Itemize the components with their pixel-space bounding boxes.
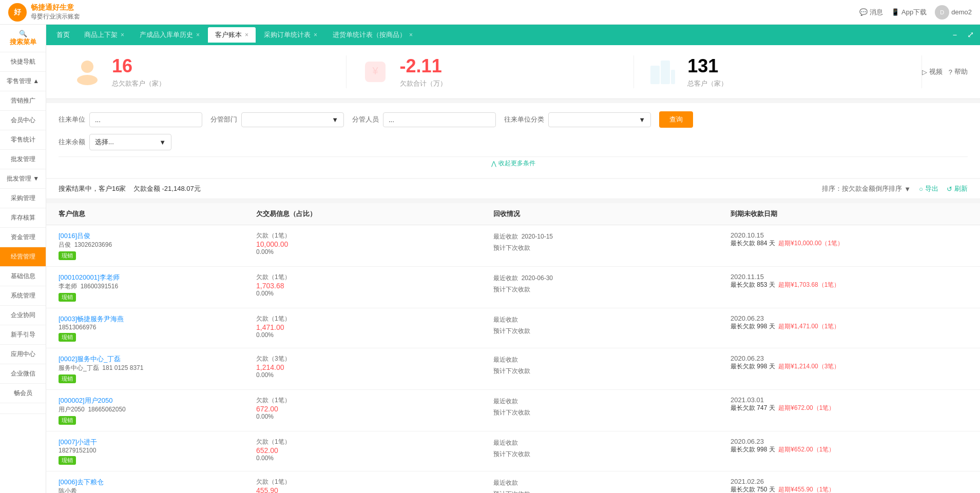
sidebar-label: 经营管理 xyxy=(4,252,42,261)
debt-info-cell: 欠款（1笔） 672.00 0.00% xyxy=(256,396,493,420)
tab-product-history[interactable]: 产成品入库单历史 × xyxy=(132,27,207,43)
tab-actions: － ⤢ xyxy=(949,28,976,43)
manager-input[interactable]: ... xyxy=(383,112,496,127)
sidebar-item-corp-wechat[interactable]: 畅会员 xyxy=(0,384,46,403)
user-menu[interactable]: D demo2 xyxy=(935,5,972,19)
customer-info-cell: [0003]畅捷服务尹海燕 18513066976 现销 xyxy=(59,314,256,342)
sidebar-item-retail-store[interactable]: 营销推广 xyxy=(0,91,46,111)
tab-bar: 首页 商品上下架 × 产成品入库单历史 × 客户账本 × 采购订单统计表 × 进… xyxy=(46,25,980,45)
logo-text: 畅捷通好生意 xyxy=(31,3,80,12)
table-row: [0007]小进干 18279152100 现销 欠款（1笔） 652.00 0… xyxy=(46,431,980,471)
svg-rect-4 xyxy=(650,66,660,84)
dept-arrow-icon: ▼ xyxy=(332,116,338,124)
export-label: 导出 xyxy=(925,184,938,193)
sidebar-item-quick-nav[interactable]: 快捷导航 xyxy=(0,52,46,72)
customer-name[interactable]: [0003]畅捷服务尹海燕 xyxy=(59,314,256,324)
balance-label: 往来余额 xyxy=(59,137,85,147)
customer-badge: 现销 xyxy=(59,293,76,302)
unit-category-select[interactable]: ▼ xyxy=(548,112,651,127)
sidebar-item-guide[interactable]: 应用中心 xyxy=(0,345,46,364)
sidebar-search[interactable]: 🔍 搜索菜单 xyxy=(0,25,46,52)
sidebar-label: 系统管理 xyxy=(4,291,42,300)
customer-name[interactable]: [0006]去下粮仓 xyxy=(59,478,256,487)
search-button[interactable]: 查询 xyxy=(659,111,693,128)
total-customers-label: 总客户（家） xyxy=(687,79,727,88)
maximize-icon[interactable]: ⤢ xyxy=(965,28,976,43)
table-container: 客户信息 欠交易信息（占比） 回收情况 到期未收款日期 [0016]吕俊 吕俊 … xyxy=(46,203,980,493)
sidebar-item-corp[interactable]: 新手引导 xyxy=(0,325,46,345)
customer-name[interactable]: [0002]服务中心_丁磊 xyxy=(59,354,256,364)
total-customers-value: 131 xyxy=(687,55,727,77)
sidebar-item-marketing[interactable]: 会员中心 xyxy=(0,111,46,130)
close-icon[interactable]: × xyxy=(196,31,200,38)
sidebar-item-vip[interactable] xyxy=(0,403,46,414)
debt-info-cell: 欠款（1笔） 1,703.68 0.00% xyxy=(256,273,493,297)
top-bar: 好 畅捷通好生意 母婴行业演示账套 💬 消息 📱 App下载 D demo2 xyxy=(0,0,980,25)
customer-name[interactable]: [0001020001]李老师 xyxy=(59,273,256,282)
svg-point-0 xyxy=(81,61,93,73)
message-btn[interactable]: 💬 消息 xyxy=(859,8,883,17)
tab-purchase-stats[interactable]: 采购订单统计表 × xyxy=(257,27,324,43)
stats-bar: 16 总欠款客户（家） ¥ -2.11 欠款合计（万） xyxy=(46,45,980,99)
sidebar-item-retail-mgmt[interactable]: 零售管理 ▲ xyxy=(0,72,46,91)
tab-customer-account[interactable]: 客户账本 × xyxy=(208,27,256,43)
export-button[interactable]: ○ 导出 xyxy=(919,184,938,193)
main-layout: 🔍 搜索菜单 快捷导航 零售管理 ▲ 营销推广 会员中心 零售统计 批发管理 批… xyxy=(0,25,980,493)
tab-stock-stats[interactable]: 进货单统计表（按商品） × xyxy=(325,27,420,43)
sidebar-item-basic[interactable]: 系统管理 xyxy=(0,286,46,306)
refresh-button[interactable]: ↺ 刷新 xyxy=(947,184,968,193)
repay-cell: 最近收款 2020-10-15 预计下次收款 xyxy=(493,231,731,253)
sidebar-item-sys[interactable]: 企业协同 xyxy=(0,306,46,325)
table-row: [000002]用户2050 用户2050 18665062050 现销 欠款（… xyxy=(46,390,980,431)
sidebar-item-app-center[interactable]: 企业微信 xyxy=(0,364,46,384)
close-icon[interactable]: × xyxy=(245,31,248,38)
result-actions: 排序：按欠款金额倒序排序 ▼ ○ 导出 ↺ 刷新 xyxy=(822,184,968,193)
close-icon[interactable]: × xyxy=(409,31,413,38)
customer-name[interactable]: [0016]吕俊 xyxy=(59,231,256,241)
sidebar-item-purchase[interactable]: 库存核算 xyxy=(0,208,46,228)
sort-selector[interactable]: 排序：按欠款金额倒序排序 ▼ xyxy=(822,184,911,193)
collapse-button[interactable]: ⋀ 收起更多条件 xyxy=(59,159,968,168)
sidebar-item-batch-mgmt[interactable]: 批发管理 ▼ xyxy=(0,169,46,189)
table-row: [0016]吕俊 吕俊 13026203696 现销 欠款（1笔） 10,000… xyxy=(46,225,980,267)
video-btn[interactable]: ▷ 视频 xyxy=(922,67,943,76)
result-bar: 搜索结果中，客户16家 欠款金额 -21,148.07元 排序：按欠款金额倒序排… xyxy=(46,179,980,199)
close-icon[interactable]: × xyxy=(121,31,124,38)
minimize-icon[interactable]: － xyxy=(949,28,961,43)
debt-amount-icon: ¥ xyxy=(359,55,392,88)
col-debt-info: 欠交易信息（占比） xyxy=(256,209,493,219)
stat-debt-customers-info: 16 总欠款客户（家） xyxy=(112,55,165,88)
filter-dept: 分管部门 ▼ xyxy=(210,112,344,127)
customer-info-cell: [0016]吕俊 吕俊 13026203696 现销 xyxy=(59,231,256,260)
customer-phone: 18513066976 xyxy=(59,324,256,331)
sidebar-item-ops[interactable]: 基础信息 xyxy=(0,267,46,286)
svg-point-1 xyxy=(77,75,98,85)
close-icon[interactable]: × xyxy=(314,31,317,38)
help-btn[interactable]: ? 帮助 xyxy=(949,67,968,76)
balance-select[interactable]: 选择... ▼ xyxy=(89,134,171,150)
due-date-cell: 2020.06.23 最长欠款 998 天 超期¥1,214.00（3笔） xyxy=(731,354,968,371)
customer-name[interactable]: [000002]用户2050 xyxy=(59,396,256,405)
debt-amount-value: -2.11 xyxy=(400,55,447,77)
sidebar-label: 企业协同 xyxy=(4,311,42,320)
sidebar-label: 新手引导 xyxy=(4,330,42,339)
sidebar-item-finance[interactable]: 经营管理 xyxy=(0,247,46,267)
tab-product-shelf[interactable]: 商品上下架 × xyxy=(77,27,131,43)
debt-amount-label: 欠款合计（万） xyxy=(400,79,447,88)
sidebar-item-stock[interactable]: 资金管理 xyxy=(0,228,46,247)
table-row: [0003]畅捷服务尹海燕 18513066976 现销 欠款（1笔） 1,47… xyxy=(46,308,980,348)
quick-nav-label: 快捷导航 xyxy=(4,57,42,66)
due-date-cell: 2020.11.15 最长欠款 853 天 超期¥1,703.68（1笔） xyxy=(731,273,968,289)
dept-select[interactable]: ▼ xyxy=(241,112,344,127)
sidebar-item-member[interactable]: 零售统计 xyxy=(0,130,46,150)
sidebar-item-retail-stats[interactable]: 批发管理 xyxy=(0,150,46,169)
message-icon: 💬 xyxy=(859,8,868,16)
customer-name[interactable]: [0007]小进干 xyxy=(59,438,256,447)
top-right-area: 💬 消息 📱 App下载 D demo2 xyxy=(859,5,972,19)
tab-home[interactable]: 首页 xyxy=(50,27,76,43)
source-unit-input[interactable]: ... xyxy=(89,112,202,127)
sidebar-item-ecom[interactable]: 采购管理 xyxy=(0,189,46,208)
app-download-btn[interactable]: 📱 App下载 xyxy=(891,8,927,17)
result-amount: 欠款金额 -21,148.07元 xyxy=(133,185,201,192)
repay-cell: 最近收款 预计下次收款 xyxy=(493,478,731,493)
